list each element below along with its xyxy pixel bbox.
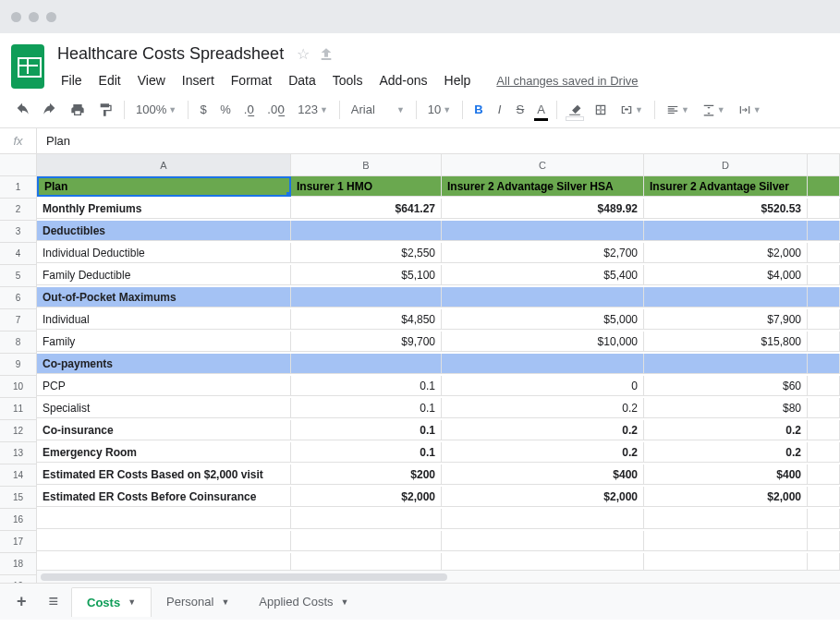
cell-D15[interactable]: $2,000 [644, 487, 808, 507]
row-header-14[interactable]: 14 [0, 464, 37, 487]
cell-A5[interactable]: Family Deductible [37, 265, 291, 285]
row-header-3[interactable]: 3 [0, 221, 37, 243]
cell-A1[interactable]: Plan [37, 176, 291, 197]
row-header-11[interactable]: 11 [0, 398, 37, 420]
cell-C8[interactable]: $10,000 [442, 332, 644, 352]
spreadsheet-grid[interactable]: ABCD1PlanInsurer 1 HMOInsurer 2 Advantag… [0, 154, 840, 588]
cell-C12[interactable]: 0.2 [442, 420, 644, 440]
cell-D7[interactable]: $7,900 [644, 309, 808, 330]
cell-C14[interactable]: $400 [442, 464, 644, 485]
cell-D6[interactable] [644, 287, 808, 307]
cell-A9[interactable]: Co-payments [37, 354, 291, 374]
traffic-min-icon[interactable] [29, 12, 39, 22]
cell-E14[interactable] [808, 464, 840, 485]
column-header-B[interactable]: B [291, 154, 442, 176]
cell-A16[interactable] [37, 509, 291, 529]
row-header-4[interactable]: 4 [0, 243, 37, 265]
cell-D4[interactable]: $2,000 [644, 243, 808, 263]
cell-B6[interactable] [291, 287, 442, 307]
font-select[interactable]: Arial▼ [346, 98, 410, 122]
row-header-5[interactable]: 5 [0, 265, 37, 287]
cell-A11[interactable]: Specialist [37, 398, 291, 418]
cell-D16[interactable] [644, 509, 808, 529]
cell-A12[interactable]: Co-insurance [37, 420, 291, 440]
formula-input[interactable]: Plan [37, 128, 840, 153]
cell-C13[interactable]: 0.2 [442, 442, 644, 463]
row-header-8[interactable]: 8 [0, 332, 37, 354]
italic-button[interactable]: I [491, 98, 509, 122]
row-header-16[interactable]: 16 [0, 509, 37, 531]
cell-D2[interactable]: $520.53 [644, 199, 808, 219]
fill-color-button[interactable] [563, 98, 587, 122]
column-header-A[interactable]: A [37, 154, 291, 176]
add-sheet-button[interactable]: + [7, 586, 36, 617]
dec-increase-button[interactable]: .00̲ [262, 98, 290, 122]
cell-B10[interactable]: 0.1 [291, 376, 442, 396]
cell-A14[interactable]: Estimated ER Costs Based on $2,000 visit [37, 464, 291, 485]
cell-E16[interactable] [808, 509, 840, 529]
cell-C10[interactable]: 0 [442, 376, 644, 396]
cell-D12[interactable]: 0.2 [644, 420, 808, 440]
halign-button[interactable]: ▼ [661, 98, 695, 122]
number-format-select[interactable]: 123▼ [292, 98, 334, 122]
percent-button[interactable]: % [214, 98, 237, 122]
cell-E3[interactable] [808, 221, 840, 241]
cell-B8[interactable]: $9,700 [291, 332, 442, 352]
strike-button[interactable]: S [511, 98, 530, 122]
row-header-17[interactable]: 17 [0, 531, 37, 553]
currency-button[interactable]: $ [194, 98, 213, 122]
cell-E8[interactable] [808, 332, 840, 352]
cell-B11[interactable]: 0.1 [291, 398, 442, 418]
document-title[interactable]: Healthcare Costs Spreadsheet [54, 42, 287, 66]
borders-button[interactable] [589, 98, 613, 122]
cell-C1[interactable]: Insurer 2 Advantage Silver HSA [442, 176, 644, 197]
cell-D17[interactable] [644, 531, 808, 551]
cell-C17[interactable] [442, 531, 644, 551]
row-header-7[interactable]: 7 [0, 309, 37, 332]
cell-E6[interactable] [808, 287, 840, 307]
menu-tools[interactable]: Tools [325, 69, 371, 91]
cell-A2[interactable]: Monthly Premiums [37, 199, 291, 219]
cell-A13[interactable]: Emergency Room [37, 442, 291, 463]
row-header-10[interactable]: 10 [0, 376, 37, 398]
cell-B17[interactable] [291, 531, 442, 551]
horizontal-scrollbar[interactable] [37, 570, 840, 583]
cell-D1[interactable]: Insurer 2 Advantage Silver [644, 176, 808, 197]
cell-C7[interactable]: $5,000 [442, 309, 644, 330]
menu-edit[interactable]: Edit [91, 69, 128, 91]
cell-B12[interactable]: 0.1 [291, 420, 442, 440]
row-header-6[interactable]: 6 [0, 287, 37, 309]
cell-E4[interactable] [808, 243, 840, 263]
column-header-D[interactable]: D [644, 154, 808, 176]
column-header-C[interactable]: C [442, 154, 644, 176]
row-header-1[interactable]: 1 [0, 176, 37, 199]
cell-C16[interactable] [442, 509, 644, 529]
all-sheets-button[interactable]: ≡ [40, 586, 68, 617]
select-all-corner[interactable] [0, 154, 37, 176]
cell-E5[interactable] [808, 265, 840, 285]
cell-C9[interactable] [442, 354, 644, 374]
cell-D13[interactable]: 0.2 [644, 442, 808, 463]
cell-A10[interactable]: PCP [37, 376, 291, 396]
menu-data[interactable]: Data [281, 69, 323, 91]
cell-C6[interactable] [442, 287, 644, 307]
row-header-12[interactable]: 12 [0, 420, 37, 442]
zoom-select[interactable]: 100%▼ [130, 98, 182, 122]
cell-E15[interactable] [808, 487, 840, 507]
menu-format[interactable]: Format [224, 69, 279, 91]
text-color-button[interactable]: A [531, 98, 551, 122]
star-icon[interactable]: ☆ [297, 45, 310, 63]
cell-A8[interactable]: Family [37, 332, 291, 352]
cell-E9[interactable] [808, 354, 840, 374]
row-header-18[interactable]: 18 [0, 553, 37, 575]
cell-B3[interactable] [291, 221, 442, 241]
print-button[interactable] [65, 98, 91, 122]
traffic-max-icon[interactable] [46, 12, 56, 22]
cell-D3[interactable] [644, 221, 808, 241]
cell-E7[interactable] [808, 309, 840, 330]
font-size-select[interactable]: 10▼ [422, 98, 457, 122]
cell-A17[interactable] [37, 531, 291, 551]
menu-insert[interactable]: Insert [175, 69, 222, 91]
cell-C5[interactable]: $5,400 [442, 265, 644, 285]
menu-help[interactable]: Help [437, 69, 479, 91]
